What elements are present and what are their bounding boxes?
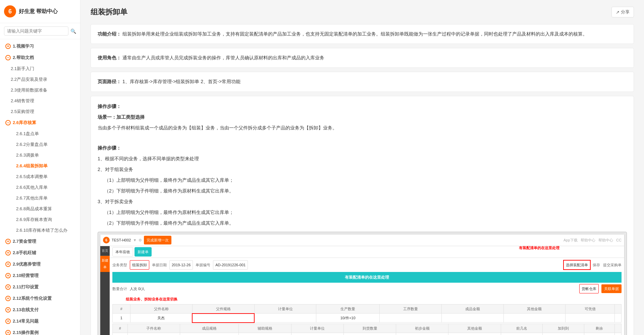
plus-icon-2-13 <box>5 307 11 313</box>
sidebar-label-2-12: 2.12系统个性化设置 <box>13 295 52 301</box>
sidebar-item-2-6-3[interactable]: 2.6.3调拨单 <box>0 150 80 161</box>
sidebar-item-2-6-9[interactable]: 2.6.9库存账本查询 <box>0 214 80 225</box>
sidebar-item-2-6-5[interactable]: 2.6.5成本调整单 <box>0 171 80 182</box>
sidebar-item-2-7[interactable]: 2.7资金管理 <box>0 236 80 247</box>
mock-tab-add[interactable]: 本年应收 <box>112 247 133 257</box>
mock-th-qty: 生产数量 <box>316 304 379 314</box>
mock-extra-btn: 保存 提交采购单 <box>593 261 622 269</box>
mock-type-input[interactable]: 组装拆卸 <box>130 260 149 270</box>
mock-window: 6 TEST-H002 ▼ ⚙ 完成新增一次 App下载 帮助中心 帮助中心 C… <box>100 234 625 335</box>
sidebar-item-2-9[interactable]: 2.9优惠券管理 <box>0 259 80 270</box>
path-text: 1、库存核算->库存管理->组装拆卸单 2、首页->常用功能 <box>122 79 240 84</box>
mock-layout: 首页 新建单 本年应收 新建单 <box>100 246 624 335</box>
path-card: 页面路径： 1、库存核算->库存管理->组装拆卸单 2、首页->常用功能 <box>91 72 634 92</box>
mock-th-proc: 工序数量 <box>379 304 441 314</box>
mock-td-1-proc <box>379 314 441 323</box>
sidebar-item-2[interactable]: 2.帮助文档 <box>0 52 80 63</box>
sidebar-label-2-10: 2.10经营管理 <box>13 273 39 279</box>
mock-banner-area: 选择装配清单 保存 提交采购单 <box>563 260 622 270</box>
sidebar-item-2-5[interactable]: 2.5采购管理 <box>0 106 80 117</box>
sidebar-item-2-6-10[interactable]: 2.6.10库存账本错了怎么办 <box>0 225 80 236</box>
mock-red-border-btn[interactable]: 选择装配清单 <box>563 260 591 270</box>
mock-table-row-1: 1 关杰 10/件+10 <box>113 314 622 323</box>
mock-logo: 6 <box>103 237 110 243</box>
mock-form-area: 业务类型 组装拆卸 单据日期 2019-12-26 单据编号 AD-201912… <box>110 258 624 335</box>
mock-th-num: # <box>113 304 130 314</box>
mock-th-spec: 父件规格 <box>192 304 254 314</box>
sidebar-item-1[interactable]: 1.视频学习 <box>0 41 80 52</box>
mock-label-no: 单据编号 <box>196 261 210 269</box>
sidebar-label-1: 1.视频学习 <box>13 43 34 49</box>
mock-confirm-btn[interactable]: 关联单据 <box>601 284 622 293</box>
sidebar-item-2-14[interactable]: 2.14常见问题 <box>0 316 80 327</box>
sidebar-item-2-11[interactable]: 2.11打印设置 <box>0 281 80 293</box>
intro-label: 功能介绍： <box>98 31 121 37</box>
scene1-desc: 当由多个子件材料组装成一个成品的业务为【组装】业务，当由一个父件拆分成多个子产品… <box>98 123 627 132</box>
share-button[interactable]: ↗ 分享 <box>611 7 634 17</box>
search-box: 🔍 <box>0 23 80 39</box>
mock-company-id: TEST-H002 <box>112 236 131 244</box>
mock-td-1-avail <box>566 314 615 323</box>
mock-th-other: 其他金额 <box>503 304 566 314</box>
page-header: 组装拆卸单 ↗ 分享 <box>91 7 634 17</box>
sidebar-item-2-12[interactable]: 2.12系统个性化设置 <box>0 293 80 304</box>
sidebar-item-2-6-4[interactable]: 2.6.4组装拆卸单 <box>0 161 80 171</box>
sidebar-label-2-15: 2.15操作案例 <box>13 330 39 335</box>
mock-warehouse-input[interactable]: 货帐仓库 <box>579 284 599 293</box>
mock-anno-area: 组装业务、拆卸业务在这里切换 <box>112 295 622 303</box>
mock-th-unit: 计量单位 <box>254 304 316 314</box>
mock-table-upper: # 父件名称 父件规格 计量单位 生产数量 工序数量 成品金额 其他金额 可凭借 <box>112 304 622 323</box>
mock-td-1-name: 关杰 <box>130 314 192 323</box>
mock-td-1-qty: 10/件+10 <box>316 314 379 323</box>
step2-1: （1）上部明细为父件明细，最终作为产成品生成其它入库单； <box>98 175 627 185</box>
nav-section: 1.视频学习 2.帮助文档 2.1新手入门 2.2产品安装及登录 2.3使用前数… <box>0 39 80 335</box>
search-button[interactable]: 🔍 <box>70 29 76 34</box>
sidebar-item-2-6-6[interactable]: 2.6.6其他入库单 <box>0 182 80 193</box>
sidebar-item-2-6-2[interactable]: 2.6.2分量盘点单 <box>0 139 80 150</box>
sidebar-item-2-6[interactable]: 2.6库存核算 <box>0 117 80 128</box>
sidebar-item-2-15[interactable]: 2.15操作案例 <box>0 327 80 335</box>
plus-icon-2-12 <box>5 296 11 301</box>
main-content: 组装拆卸单 ↗ 分享 功能介绍： 组装拆卸单用来处理企业组装或拆卸等加工业务，支… <box>80 0 644 335</box>
ops-steps-title: 操作步骤： <box>98 145 121 151</box>
role-text: 通常由生产人员或库管人员完成拆装业务的操作，库管人员确认原材料的出库和产成品的入… <box>122 55 324 60</box>
page-title: 组装拆卸单 <box>91 7 127 17</box>
sidebar-item-2-4[interactable]: 2.4销售管理 <box>0 96 80 106</box>
sidebar-label-2-13: 2.13在线支付 <box>13 307 39 313</box>
steps-card: 操作步骤： 场景一：加工类型选择 当由多个子件材料组装成一个成品的业务为【组装】… <box>91 96 634 335</box>
minus-icon-2 <box>5 55 11 60</box>
mock-date-val: 2019-12-26 <box>169 260 193 270</box>
plus-icon-2-11 <box>5 284 11 290</box>
mock-th-amt: 成品金额 <box>441 304 503 314</box>
plus-icon-2-7 <box>5 239 11 244</box>
mock-green-banner: 有装配清单的在这里处理 <box>112 272 622 283</box>
sidebar-label-2-7: 2.7资金管理 <box>13 238 36 244</box>
mock-sidebar: 首页 新建单 <box>100 246 110 335</box>
sidebar-item-2-10[interactable]: 2.10经营管理 <box>0 270 80 281</box>
role-label: 使用角色： <box>98 55 121 60</box>
mock-td-1-other <box>503 314 566 323</box>
mock-form-row2: 数量合计 人次 0/人 货帐仓库 关联单据 <box>112 284 622 293</box>
path-label: 页面路径： <box>98 79 121 84</box>
sidebar-item-2-3[interactable]: 2.3使用前数据准备 <box>0 85 80 96</box>
sidebar-item-2-13[interactable]: 2.13在线支付 <box>0 304 80 316</box>
mock-label-type: 业务类型 <box>112 261 127 269</box>
mock-orange-cta: 完成新增一次 <box>144 236 171 244</box>
sidebar-item-2-6-8[interactable]: 2.6.8商品成本重算 <box>0 204 80 214</box>
sidebar-item-2-6-7[interactable]: 2.6.7其他出库单 <box>0 193 80 204</box>
sidebar-item-2-2[interactable]: 2.2产品安装及登录 <box>0 74 80 85</box>
sidebar-item-2-8[interactable]: 2.8手机旺辅 <box>0 247 80 259</box>
mock-no-val: AD-20191226-001 <box>213 260 248 270</box>
mock-td-1-action <box>615 314 622 323</box>
step3-2: （2）下部明细为子件明细，最终作为产成品生成其它入库单。 <box>98 218 627 228</box>
sidebar-label-2-8: 2.8手机旺辅 <box>13 250 36 256</box>
mock-td-1-unit <box>254 314 316 323</box>
sidebar-label-2-11: 2.11打印设置 <box>13 284 39 290</box>
share-label: 分享 <box>621 9 630 15</box>
mock-tab-active[interactable]: 新建单 <box>135 247 152 257</box>
step1: 1、根据不同的业务，选择不同单据的类型来处理 <box>98 154 627 163</box>
sidebar-item-2-6-1[interactable]: 2.6.1盘点单 <box>0 128 80 139</box>
sidebar-item-2-1[interactable]: 2.1新手入门 <box>0 63 80 74</box>
search-input[interactable] <box>4 26 68 36</box>
plus-icon-2-8 <box>5 250 11 256</box>
